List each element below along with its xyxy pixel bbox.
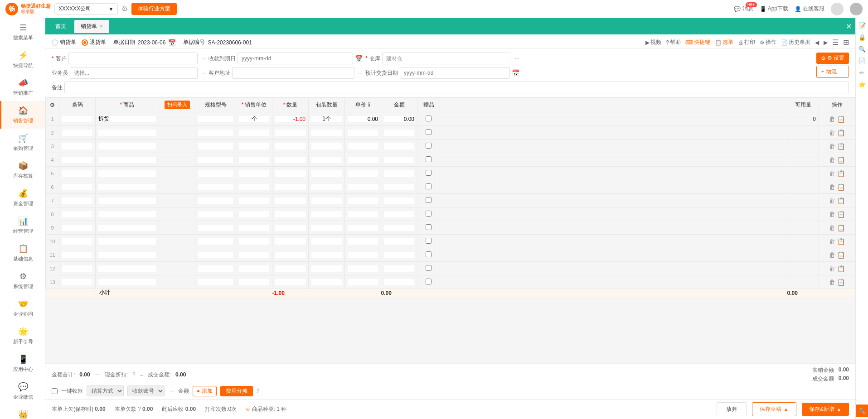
row-product-4[interactable]: [96, 167, 159, 180]
row-product-9[interactable]: [96, 235, 159, 248]
row-gift-6[interactable]: [417, 194, 440, 207]
row-gift-4[interactable]: [417, 167, 440, 180]
row-spec-12[interactable]: [195, 275, 236, 289]
row-pack-9[interactable]: [309, 235, 345, 248]
row-qty-3[interactable]: [272, 153, 309, 167]
right-panel-btn-4[interactable]: 📄: [857, 55, 868, 66]
product-type-icon[interactable]: ⊙: [246, 406, 250, 412]
row-price-2[interactable]: [345, 140, 381, 153]
settings-icon[interactable]: ⚙: [121, 5, 128, 13]
online-service-button[interactable]: 👤 在线客服: [795, 5, 824, 13]
row-copy-7[interactable]: 📋: [837, 211, 845, 218]
sidebar-item-finance[interactable]: 💰 资金管理: [0, 184, 45, 212]
row-qty-1[interactable]: [272, 126, 309, 140]
row-copy-2[interactable]: 📋: [837, 143, 845, 150]
sidebar-item-sales[interactable]: 🏠 销售管理: [0, 101, 45, 129]
tab-home[interactable]: 首页: [49, 20, 73, 33]
row-price-1[interactable]: [345, 126, 381, 140]
row-product-3[interactable]: [96, 153, 159, 167]
row-gift-8[interactable]: [417, 221, 440, 235]
row-qty-9[interactable]: [272, 235, 309, 248]
row-gift-0[interactable]: [417, 112, 440, 126]
row-qty-0[interactable]: [272, 112, 309, 126]
row-qty-7[interactable]: [272, 207, 309, 221]
row-price-11[interactable]: [345, 262, 381, 275]
salesperson-more-button[interactable]: ···: [201, 70, 206, 76]
row-barcode-12[interactable]: [59, 275, 96, 289]
row-unit-0[interactable]: [236, 112, 272, 126]
row-spec-9[interactable]: [195, 235, 236, 248]
row-barcode-4[interactable]: [59, 167, 96, 180]
row-delete-12[interactable]: 🗑: [829, 279, 835, 286]
row-gift-9[interactable]: [417, 235, 440, 248]
row-delete-8[interactable]: 🗑: [829, 224, 835, 231]
save-draft-button[interactable]: 保存草稿 ▲: [752, 402, 796, 416]
row-price-7[interactable]: [345, 207, 381, 221]
sidebar-item-guide[interactable]: 🌟 新手引导: [0, 322, 45, 350]
row-barcode-8[interactable]: [59, 221, 96, 235]
row-pack-0[interactable]: [309, 112, 345, 126]
row-unit-12[interactable]: [236, 275, 272, 289]
toolbar-operation[interactable]: ⚙ 操作: [760, 39, 776, 46]
row-spec-4[interactable]: [195, 167, 236, 180]
account-select[interactable]: 收款账号: [127, 385, 165, 396]
row-gift-1[interactable]: [417, 126, 440, 140]
toolbar-video[interactable]: ▶ 视频: [645, 39, 661, 46]
row-spec-10[interactable]: [195, 248, 236, 262]
salesperson-input[interactable]: [70, 67, 198, 79]
row-amount-2[interactable]: [381, 140, 417, 153]
row-qty-2[interactable]: [272, 140, 309, 153]
add-payment-button[interactable]: ● 添加: [193, 386, 217, 396]
sidebar-item-operation[interactable]: 📊 经营管理: [0, 212, 45, 239]
row-qty-8[interactable]: [272, 221, 309, 235]
right-panel-btn-7[interactable]: 🔧: [856, 405, 868, 417]
payment-method-select[interactable]: 结算方式: [87, 385, 124, 396]
row-gift-5[interactable]: [417, 180, 440, 194]
row-amount-9[interactable]: [381, 235, 417, 248]
row-delete-7[interactable]: 🗑: [829, 211, 835, 218]
row-pack-2[interactable]: [309, 140, 345, 153]
row-amount-0[interactable]: [381, 112, 417, 126]
row-qty-11[interactable]: [272, 262, 309, 275]
row-copy-1[interactable]: 📋: [837, 129, 845, 136]
row-gift-2[interactable]: [417, 140, 440, 153]
right-panel-btn-2[interactable]: 🔒: [857, 32, 868, 43]
row-copy-12[interactable]: 📋: [837, 279, 845, 286]
right-panel-btn-5[interactable]: ✏: [857, 67, 868, 78]
row-amount-11[interactable]: [381, 262, 417, 275]
customer-input[interactable]: [68, 53, 198, 64]
warehouse-input[interactable]: [382, 53, 511, 64]
row-price-3[interactable]: [345, 153, 381, 167]
row-pack-7[interactable]: [309, 207, 345, 221]
row-barcode-6[interactable]: [59, 194, 96, 207]
row-pack-6[interactable]: [309, 194, 345, 207]
logistics-button[interactable]: + 物流: [816, 66, 849, 78]
row-delete-2[interactable]: 🗑: [829, 143, 835, 150]
sidebar-item-shortcut[interactable]: ⚡ 快捷导航: [0, 46, 45, 73]
row-barcode-7[interactable]: [59, 207, 96, 221]
due-date-calendar-icon[interactable]: 📅: [355, 55, 363, 62]
row-product-8[interactable]: [96, 221, 159, 235]
row-price-4[interactable]: [345, 167, 381, 180]
row-qty-4[interactable]: [272, 167, 309, 180]
row-spec-0[interactable]: [195, 112, 236, 126]
toolbar-help[interactable]: ? 帮助: [666, 39, 681, 46]
row-amount-12[interactable]: [381, 275, 417, 289]
right-panel-btn-1[interactable]: 📝: [857, 20, 868, 31]
row-unit-5[interactable]: [236, 180, 272, 194]
row-unit-7[interactable]: [236, 207, 272, 221]
row-delete-10[interactable]: 🗑: [829, 251, 835, 259]
sidebar-item-enterprise[interactable]: 🤝 企业协同: [0, 294, 45, 322]
company-selector[interactable]: XXXXXX公司 ▼: [54, 3, 118, 14]
row-unit-4[interactable]: [236, 167, 272, 180]
sidebar-item-member[interactable]: 👑 畅会员: [0, 405, 45, 419]
row-price-9[interactable]: [345, 235, 381, 248]
sidebar-item-marketing[interactable]: 📣 营销推广: [0, 73, 45, 101]
app-download-button[interactable]: 📱 App下载: [760, 5, 788, 13]
help-icon[interactable]: ?: [138, 406, 141, 412]
row-product-2[interactable]: [96, 140, 159, 153]
col-scan-btn[interactable]: 扫码录入: [159, 98, 195, 112]
row-amount-7[interactable]: [381, 207, 417, 221]
one-click-pay-checkbox[interactable]: [52, 388, 58, 394]
row-pack-5[interactable]: [309, 180, 345, 194]
